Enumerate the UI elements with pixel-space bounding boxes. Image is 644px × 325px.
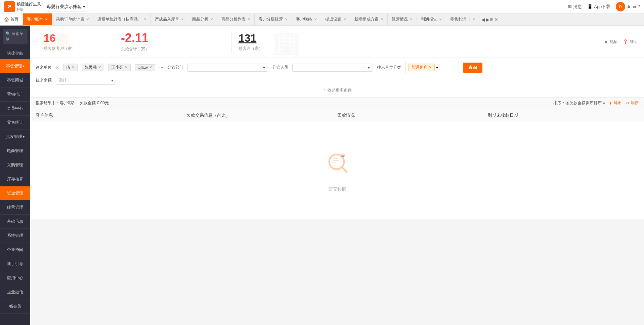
tab-close-icon[interactable]: ✕ — [86, 17, 89, 21]
avatar: D — [616, 2, 625, 11]
tag-remove-wang[interactable]: ✕ — [125, 65, 128, 70]
tab-retail-profit[interactable]: 零售利润（ ✕ — [446, 13, 479, 25]
search-menu-button[interactable]: 🔍 搜索菜单 — [3, 29, 28, 44]
sidebar-item-member-center[interactable]: 会员中心 — [0, 102, 30, 116]
stats-bar: 💴 16 总欠款客户（家） ✦ -2.11 欠款合计（万） 🏢 131 总客户（… — [30, 26, 644, 58]
classify-tag-remove[interactable]: ✕ — [429, 65, 432, 70]
tab-customer-contact[interactable]: 客户联络 ✕ — [292, 13, 321, 25]
tab-close-icon[interactable]: ✕ — [285, 17, 288, 21]
th-due-date: 到期未收款日期 — [488, 112, 639, 118]
home-icon: 🏠 — [4, 17, 9, 22]
help-button[interactable]: ❓ 帮助 — [623, 39, 637, 44]
tag-remove-wu[interactable]: ✕ — [72, 65, 75, 70]
classify-select[interactable]: 普通客户 ✕ ▾ — [405, 62, 459, 73]
sidebar-item-super-member[interactable]: 畅会员 — [0, 299, 30, 314]
tag-remove-chen[interactable]: ✕ — [98, 65, 101, 70]
chevron-down-icon: ▾ — [83, 4, 85, 9]
dept-select[interactable]: ··· ▾ — [187, 64, 268, 72]
tab-close-icon[interactable]: ✕ — [381, 17, 383, 21]
user-profile[interactable]: D demo2 — [616, 2, 640, 11]
tab-goods-stats[interactable]: 进货单统计表（按商品） ✕ — [93, 13, 151, 25]
help-icon: ❓ — [623, 39, 628, 44]
tab-close-icon[interactable]: ✕ — [181, 17, 184, 21]
stat3-value: 131 — [239, 32, 256, 44]
tab-promotion-settings[interactable]: 提成设置 ✕ — [321, 13, 350, 25]
tab-home[interactable]: 🏠 首页 — [0, 13, 23, 25]
video-button[interactable]: ▶ 视频 — [605, 39, 617, 44]
message-button[interactable]: ✉ 消息 — [568, 4, 582, 10]
filter-more-tags[interactable]: ··· — [159, 65, 163, 70]
sidebar-item-enterprise-wechat[interactable]: 企业微信 — [0, 285, 30, 299]
tab-close-icon[interactable]: ✕ — [343, 17, 346, 21]
chevron-down-icon: ▾ — [603, 101, 605, 106]
tab-close-icon[interactable]: ✕ — [144, 17, 146, 21]
chevron-down-icon: ▾ — [111, 78, 113, 83]
stat3-bg-icon: 🏢 — [272, 28, 301, 56]
nav-close-all-icon[interactable]: ✕ — [494, 17, 498, 22]
tab-purchase-order[interactable]: 采购订单统计表 ✕ — [52, 13, 93, 25]
filter-row-1: 往来单位 ✕ 伍 ✕ 陈民强 ✕ 王小亮 ✕ cjttcw ✕ — [36, 62, 639, 73]
export-button[interactable]: ⬇ 导出 — [609, 100, 622, 106]
tab-close-icon[interactable]: ✕ — [45, 17, 48, 21]
sidebar-item-purchase-mgmt[interactable]: 采购管理 — [0, 158, 30, 172]
refresh-icon: ↻ — [626, 101, 629, 106]
nav-next-icon[interactable]: ▶ — [486, 17, 489, 22]
sidebar-item-basic-info[interactable]: 基础信息 — [0, 215, 30, 229]
tab-close-icon[interactable]: ✕ — [248, 17, 250, 21]
sidebar-item-enterprise-collab[interactable]: 企业协同 — [0, 243, 30, 257]
tab-profit-report[interactable]: 利润报告 ✕ — [417, 13, 446, 25]
sidebar-item-app-center[interactable]: 应用中心 — [0, 271, 30, 285]
filter-remove-all[interactable]: ✕ — [56, 65, 59, 70]
empty-text: 暂无数据 — [329, 186, 346, 192]
sidebar-item-ecommerce-mgmt[interactable]: 电商管理 — [0, 144, 30, 158]
refresh-button[interactable]: ↻ 刷新 — [626, 100, 639, 106]
chevron-down-icon: ▾ — [368, 65, 370, 70]
tab-close-icon[interactable]: ✕ — [314, 17, 317, 21]
tab-close-icon[interactable]: ✕ — [210, 17, 213, 21]
unit-label: 往来单位 — [36, 65, 52, 70]
collapse-button[interactable]: ⌃ 收起更多条件 — [323, 87, 352, 93]
query-button[interactable]: 查询 — [463, 63, 482, 73]
filter-row-2: 往来余额 选择... ▾ — [36, 76, 639, 85]
tab-customer-layer[interactable]: 客户分层经营 ✕ — [255, 13, 292, 25]
download-icon: 📱 — [587, 4, 593, 9]
result-bar-right: 排序：按欠款金额倒序排序 ▾ ⬇ 导出 ↻ 刷新 — [553, 100, 639, 106]
person-select[interactable]: ··· ▾ — [292, 64, 373, 72]
nav-expand-icon[interactable]: ⊞ — [490, 17, 493, 22]
tab-close-icon[interactable]: ✕ — [472, 17, 475, 21]
sidebar-item-retail-mall[interactable]: 零售商城 — [0, 73, 30, 87]
chevron-down-icon: ▾ — [436, 65, 438, 70]
stat2-bg-icon: ✦ — [134, 28, 154, 56]
sort-selector[interactable]: 排序：按欠款金额倒序排序 ▾ — [553, 100, 605, 106]
svg-rect-2 — [333, 158, 338, 159]
tab-business-status[interactable]: 经营情况 ✕ — [388, 13, 417, 25]
app-download-button[interactable]: 📱 App下载 — [587, 4, 610, 10]
chevron-down-icon: ▾ — [23, 135, 25, 139]
tab-goods-analysis[interactable]: 商品分析 ✕ — [188, 13, 217, 25]
sidebar-item-quick-nav[interactable]: 快捷导航 — [0, 48, 30, 59]
sidebar-item-system-mgmt[interactable]: 系统管理 — [0, 229, 30, 243]
tab-customer-book[interactable]: 客户账本 ✕ — [23, 13, 52, 25]
tab-close-icon[interactable]: ✕ — [439, 17, 442, 21]
sidebar-item-operation-mgmt[interactable]: 经营管理 — [0, 201, 30, 215]
tab-close-icon[interactable]: ✕ — [410, 17, 413, 21]
person-search-icon: ··· — [363, 65, 367, 70]
tab-new-promotion[interactable]: 新增提成方案 ✕ — [350, 13, 388, 25]
sidebar-item-finance-mgmt[interactable]: 资金管理 — [0, 186, 30, 201]
sidebar-item-retail-stats[interactable]: 零售统计 — [0, 116, 30, 130]
sidebar-item-inventory-check[interactable]: 库存核算 — [0, 172, 30, 186]
chevron-down-icon: ▾ — [263, 65, 265, 70]
sidebar-item-retail-mgmt[interactable]: 零售管理 ▾ — [0, 59, 30, 73]
tab-goods-analysis-list[interactable]: 商品分析列表 ✕ — [217, 13, 255, 25]
balance-label: 往来余额 — [36, 77, 52, 83]
sidebar-item-marketing[interactable]: 营销推广 — [0, 87, 30, 102]
tab-cost-in[interactable]: 产成品入库单 ✕ — [151, 13, 188, 25]
classify-label: 往来单位分类 — [377, 65, 401, 70]
nav-prev-icon[interactable]: ◀ — [481, 17, 485, 22]
sidebar-item-new-guide[interactable]: 新手引导 — [0, 257, 30, 271]
balance-select[interactable]: 选择... ▾ — [56, 76, 116, 85]
tag-remove-cjttcw[interactable]: ✕ — [149, 65, 152, 70]
account-selector[interactable]: 母婴行业演示账套 ▾ — [44, 2, 88, 11]
sidebar-item-wholesale-mgmt[interactable]: 批发管理 ▾ — [0, 130, 30, 144]
chevron-up-icon: ⌃ — [323, 88, 326, 93]
